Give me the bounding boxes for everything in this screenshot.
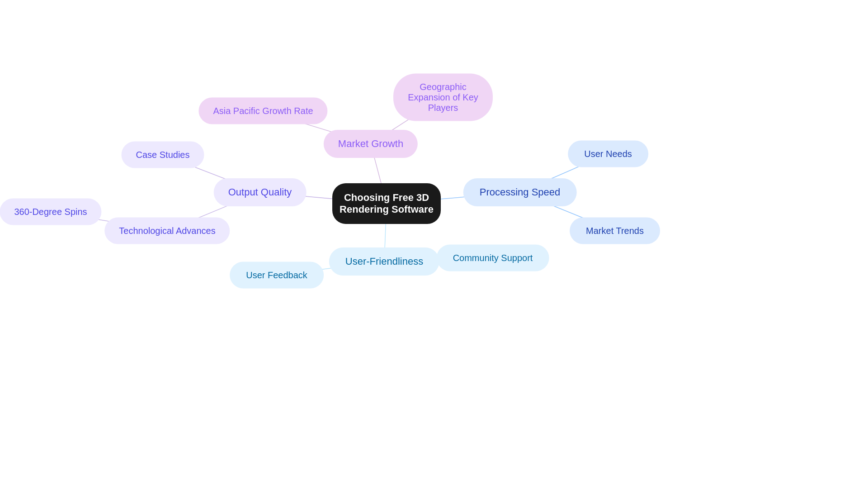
node-asia-pacific[interactable]: Asia Pacific Growth Rate (198, 98, 327, 124)
node-case-studies[interactable]: Case Studies (122, 142, 204, 168)
node-community-support[interactable]: Community Support (437, 245, 549, 271)
node-processing-speed[interactable]: Processing Speed (463, 178, 577, 206)
node-user-needs[interactable]: User Needs (568, 141, 648, 167)
node-output-quality[interactable]: Output Quality (214, 178, 307, 206)
node-user-feedback[interactable]: User Feedback (230, 262, 324, 289)
node-technological-advances[interactable]: Technological Advances (104, 218, 230, 244)
node-user-friendliness[interactable]: User-Friendliness (329, 247, 439, 276)
node-market-trends[interactable]: Market Trends (570, 218, 660, 244)
node-360-degree-spins[interactable]: 360-Degree Spins (0, 199, 102, 225)
node-geographic-expansion[interactable]: Geographic Expansion of Key Players (393, 74, 493, 121)
node-market-growth[interactable]: Market Growth (324, 130, 418, 158)
center-node[interactable]: Choosing Free 3D Rendering Software (332, 183, 441, 224)
